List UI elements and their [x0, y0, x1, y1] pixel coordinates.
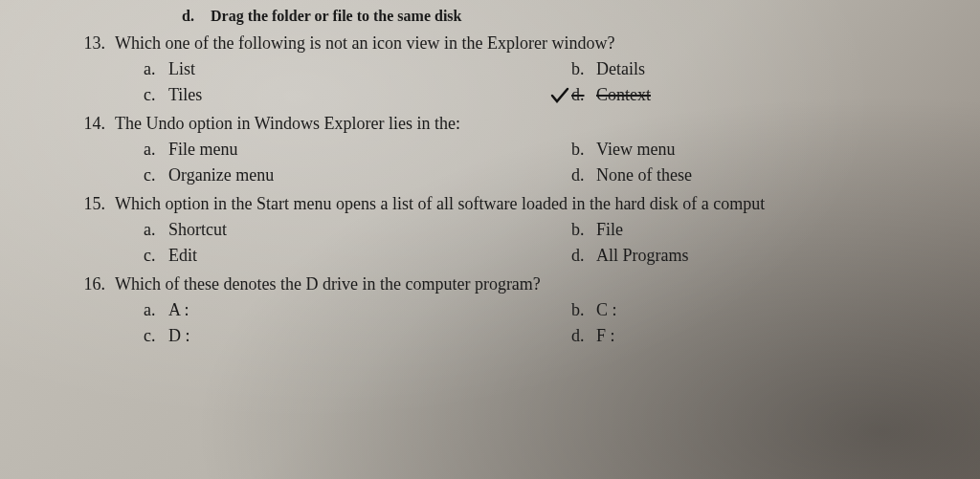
option-text: Tiles	[168, 85, 202, 105]
option-text: None of these	[596, 165, 692, 185]
option-text: Details	[596, 59, 645, 79]
options-grid: a. A : b. C : c. D : d. F :	[144, 300, 961, 346]
option-text: File	[596, 220, 623, 240]
option-letter: c.	[144, 85, 168, 105]
option-letter: b.	[571, 59, 596, 79]
question-text: The Undo option in Windows Explorer lies…	[115, 114, 961, 134]
option-d: d. F :	[571, 326, 961, 346]
option-d: d. None of these	[571, 165, 961, 185]
question-16: 16. Which of these denotes the D drive i…	[19, 274, 961, 346]
option-c: c. D :	[144, 326, 533, 346]
question-number: 14.	[19, 114, 115, 134]
option-text: File menu	[168, 140, 238, 160]
exam-page: d. Drag the folder or file to the same d…	[19, 8, 961, 346]
question-number: 16.	[19, 274, 115, 294]
options-grid: a. Shortcut b. File c. Edit d. All Progr…	[144, 220, 961, 266]
option-d: d. Context	[571, 85, 961, 105]
options-grid: a. List b. Details c. Tiles d. Context	[144, 59, 961, 105]
question-number: 15.	[19, 194, 115, 214]
option-b: b. C :	[571, 300, 961, 320]
option-text: All Programs	[596, 246, 689, 266]
question-text: Which one of the following is not an ico…	[115, 33, 961, 54]
option-b: b. View menu	[571, 140, 961, 160]
question-text: Which of these denotes the D drive in th…	[115, 274, 961, 294]
option-letter: d.	[571, 165, 596, 185]
option-text: Context	[596, 85, 651, 105]
stray-option: d. Drag the folder or file to the same d…	[182, 8, 961, 25]
option-letter: d.	[182, 8, 207, 25]
option-text: D :	[168, 326, 190, 346]
checkmark-icon	[550, 87, 569, 104]
option-a: a. List	[144, 59, 533, 79]
option-letter: d.	[571, 246, 596, 266]
option-text: Drag the folder or file to the same disk	[211, 8, 461, 24]
option-a: a. Shortcut	[144, 220, 533, 240]
option-letter: c.	[144, 246, 168, 266]
option-text: C :	[596, 300, 617, 320]
option-text: List	[168, 59, 195, 79]
option-letter: a.	[144, 140, 168, 160]
question-text: Which option in the Start menu opens a l…	[115, 194, 961, 214]
option-letter: b.	[571, 220, 596, 240]
option-c: c. Organize menu	[144, 165, 533, 185]
question-number: 13.	[19, 33, 115, 54]
option-text: Shortcut	[168, 220, 227, 240]
options-grid: a. File menu b. View menu c. Organize me…	[144, 140, 961, 185]
option-letter: c.	[144, 165, 168, 185]
option-b: b. File	[571, 220, 961, 240]
option-text: Organize menu	[168, 165, 274, 185]
option-letter: c.	[144, 326, 168, 346]
option-letter: d.	[571, 85, 596, 105]
option-text: View menu	[596, 140, 675, 160]
question-14: 14. The Undo option in Windows Explorer …	[19, 114, 961, 185]
option-text: Edit	[168, 246, 197, 266]
option-letter: a.	[144, 59, 168, 79]
option-a: a. A :	[144, 300, 533, 320]
option-letter: a.	[144, 220, 168, 240]
option-a: a. File menu	[144, 140, 533, 160]
option-c: c. Edit	[144, 246, 533, 266]
question-13: 13. Which one of the following is not an…	[19, 33, 961, 105]
option-d: d. All Programs	[571, 246, 961, 266]
option-letter: d.	[571, 326, 596, 346]
option-c: c. Tiles	[144, 85, 533, 105]
option-letter: b.	[571, 300, 596, 320]
option-letter: b.	[571, 140, 596, 160]
question-15: 15. Which option in the Start menu opens…	[19, 194, 961, 266]
option-letter: a.	[144, 300, 168, 320]
option-text: F :	[596, 326, 615, 346]
option-text: A :	[168, 300, 189, 320]
option-b: b. Details	[571, 59, 961, 79]
